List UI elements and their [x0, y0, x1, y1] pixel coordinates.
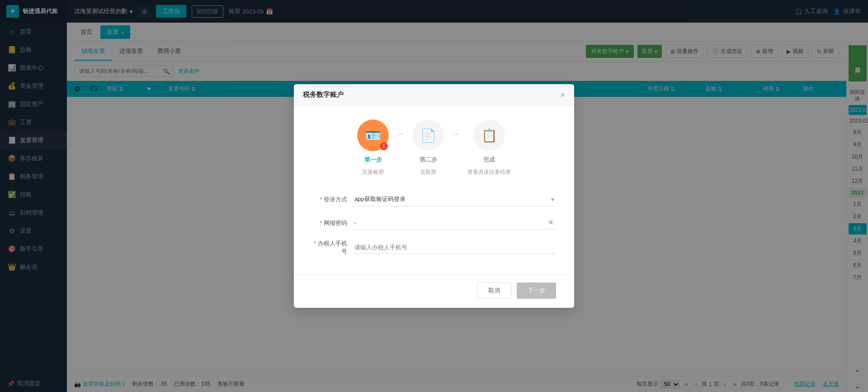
step-2: 📄 第二步 去取票	[412, 120, 444, 176]
document-icon: 📄	[420, 128, 436, 143]
chevron-down-icon: ▾	[551, 196, 554, 203]
password-row: * 网报密码 • 👁	[312, 216, 556, 229]
step-arrow-2: →	[444, 129, 467, 139]
step-1: 🪪 ! 第一步 完善账密	[357, 120, 389, 176]
login-method-select[interactable]: app获取验证码登录 ▾	[353, 192, 556, 206]
step-1-sublabel: 完善账密	[362, 168, 384, 176]
steps-container: 🪪 ! 第一步 完善账密 → 📄 第二步 去取票 →	[312, 120, 556, 176]
modal-title: 税务数字账户	[303, 91, 344, 99]
step-3-label: 完成	[483, 156, 495, 164]
eye-icon[interactable]: 👁	[548, 219, 554, 226]
modal-overlay: 税务数字账户 × 🪪 ! 第一步 完善账密 →	[0, 0, 868, 392]
step-2-icon: 📄	[412, 120, 444, 151]
step-3-icon: 📋	[473, 120, 505, 151]
step-2-label: 第二步	[420, 156, 437, 164]
required-mark2: *	[320, 220, 322, 226]
modal-close-btn[interactable]: ×	[560, 91, 565, 99]
clipboard-icon: 📋	[481, 128, 497, 143]
password-label: * 网报密码	[312, 219, 353, 227]
password-field[interactable]: • 👁	[353, 216, 556, 229]
modal-body: 🪪 ! 第一步 完善账密 → 📄 第二步 去取票 →	[294, 106, 574, 275]
step-2-sublabel: 去取票	[420, 168, 436, 176]
user-card-icon: 🪪	[365, 128, 381, 143]
step-3: 📋 完成 查看具体任务结果	[467, 120, 511, 176]
taxpayer-phone-label: * 办税人手机号	[312, 239, 353, 256]
step-1-badge: !	[380, 142, 388, 150]
login-method-label: * 登录方式	[312, 196, 353, 204]
tax-digital-modal: 税务数字账户 × 🪪 ! 第一步 完善账密 →	[294, 84, 574, 308]
taxpayer-phone-row: * 办税人手机号	[312, 239, 556, 256]
cancel-button[interactable]: 取消	[477, 282, 511, 299]
step-arrow-1: →	[389, 129, 412, 139]
next-button[interactable]: 下一步	[517, 282, 556, 299]
required-mark: *	[320, 196, 322, 203]
step-1-icon: 🪪 !	[357, 120, 389, 151]
modal-header: 税务数字账户 ×	[294, 84, 574, 106]
login-method-row: * 登录方式 app获取验证码登录 ▾	[312, 192, 556, 206]
password-dots: •	[354, 221, 357, 225]
taxpayer-phone-input[interactable]	[353, 241, 556, 254]
required-mark3: *	[314, 240, 316, 247]
step-3-sublabel: 查看具体任务结果	[467, 168, 511, 176]
modal-footer: 取消 下一步	[294, 275, 574, 308]
step-1-label: 第一步	[364, 156, 382, 164]
login-method-value: app获取验证码登录	[354, 195, 406, 203]
